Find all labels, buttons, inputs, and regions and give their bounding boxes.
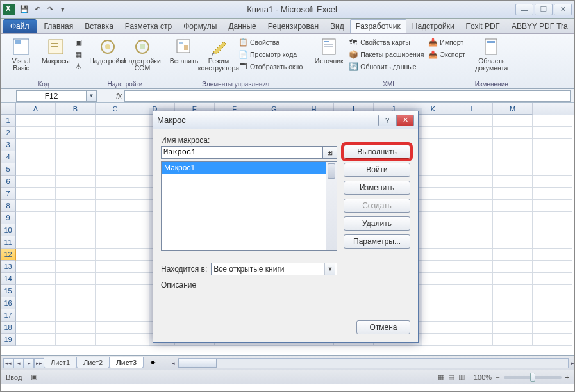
cell[interactable] [493,334,533,346]
export-button[interactable]: 📤Экспорт [426,49,466,60]
sheet-tab[interactable]: Лист3 [109,357,144,368]
cell[interactable] [493,212,533,224]
cell[interactable] [56,224,96,236]
cell[interactable] [453,297,493,309]
cell[interactable] [493,200,533,212]
cell[interactable] [16,322,56,334]
cell[interactable] [96,212,135,224]
properties-button[interactable]: 📋Свойства [237,37,304,48]
cell[interactable] [56,273,96,285]
options-button[interactable]: Параметры... [344,234,410,249]
row-header[interactable]: 19 [1,334,16,346]
cell[interactable] [493,176,533,188]
col-header[interactable]: K [413,103,453,115]
cell[interactable] [96,151,135,163]
cell[interactable] [16,309,56,322]
cell[interactable] [413,176,453,188]
cell[interactable] [16,163,56,176]
macro-name-input[interactable] [161,146,323,159]
cell[interactable] [533,285,572,297]
cell[interactable] [96,236,135,249]
cell[interactable] [16,212,56,224]
document-panel-button[interactable]: Областьдокумента [475,35,508,72]
row-header[interactable]: 16 [1,297,16,309]
import-button[interactable]: 📥Импорт [426,37,466,48]
cell[interactable] [533,212,572,224]
cell[interactable] [56,127,96,139]
cell[interactable] [96,176,135,188]
step-into-button[interactable]: Войти [344,163,410,177]
cell[interactable] [453,176,493,188]
cell[interactable] [493,297,533,309]
cell[interactable] [96,200,135,212]
cell[interactable] [413,115,453,127]
view-pagebreak-icon[interactable]: ▥ [458,373,465,381]
cell[interactable] [413,188,453,200]
cell[interactable] [533,151,572,163]
cell[interactable] [453,236,493,249]
tab-review[interactable]: Рецензирован [262,19,324,33]
zoom-out-button[interactable]: − [496,373,499,381]
tab-formulas[interactable]: Формулы [178,19,222,33]
cell[interactable] [453,309,493,322]
row-header[interactable]: 3 [1,139,16,151]
row-header[interactable]: 4 [1,151,16,163]
cell[interactable] [493,139,533,151]
row-header[interactable]: 8 [1,200,16,212]
cell[interactable] [413,212,453,224]
sheet-nav-first-icon[interactable]: ◂◂ [3,358,13,368]
cell[interactable] [56,249,96,261]
cell[interactable] [56,163,96,176]
cell[interactable] [413,309,453,322]
select-all-corner[interactable] [1,103,16,115]
cell[interactable] [413,224,453,236]
zoom-in-button[interactable]: + [565,373,569,381]
cell[interactable] [493,127,533,139]
cell[interactable] [533,322,572,334]
relative-ref-icon[interactable]: ▦ [74,49,83,60]
cell[interactable] [96,273,135,285]
cell[interactable] [493,236,533,249]
row-header[interactable]: 2 [1,127,16,139]
cell[interactable] [413,285,453,297]
cell[interactable] [16,249,56,261]
cell[interactable] [493,115,533,127]
cell[interactable] [533,127,572,139]
col-header[interactable]: M [493,103,533,115]
row-header[interactable]: 13 [1,261,16,273]
cell[interactable] [453,200,493,212]
cell[interactable] [413,200,453,212]
col-header[interactable]: B [56,103,96,115]
row-header[interactable]: 6 [1,176,16,188]
cell[interactable] [16,176,56,188]
tab-foxit-pdf[interactable]: Foxit PDF [460,19,506,33]
cell[interactable] [96,309,135,322]
cell[interactable] [453,188,493,200]
run-button[interactable]: Выполнить [344,145,410,159]
name-box[interactable]: F12 [16,90,87,102]
cell[interactable] [56,115,96,127]
sheet-tab[interactable]: Лист2 [76,357,110,368]
cell[interactable] [493,261,533,273]
cell[interactable] [56,309,96,322]
cell[interactable] [413,163,453,176]
cell[interactable] [413,151,453,163]
cell[interactable] [493,309,533,322]
cell[interactable] [16,224,56,236]
cell[interactable] [453,322,493,334]
close-button[interactable]: ✕ [554,4,572,15]
tab-insert[interactable]: Вставка [79,19,119,33]
row-header[interactable]: 11 [1,236,16,249]
cell[interactable] [453,285,493,297]
row-header[interactable]: 12 [1,249,16,261]
maximize-button[interactable]: ❐ [535,4,553,15]
cell[interactable] [453,139,493,151]
view-code-button[interactable]: 📄Просмотр кода [237,49,304,60]
save-icon[interactable]: 💾 [19,4,30,15]
new-sheet-icon[interactable]: ✸ [146,358,159,368]
cell[interactable] [533,297,572,309]
cell[interactable] [16,127,56,139]
list-item[interactable]: Макрос1 [162,162,337,174]
cell[interactable] [413,273,453,285]
cell[interactable] [533,236,572,249]
